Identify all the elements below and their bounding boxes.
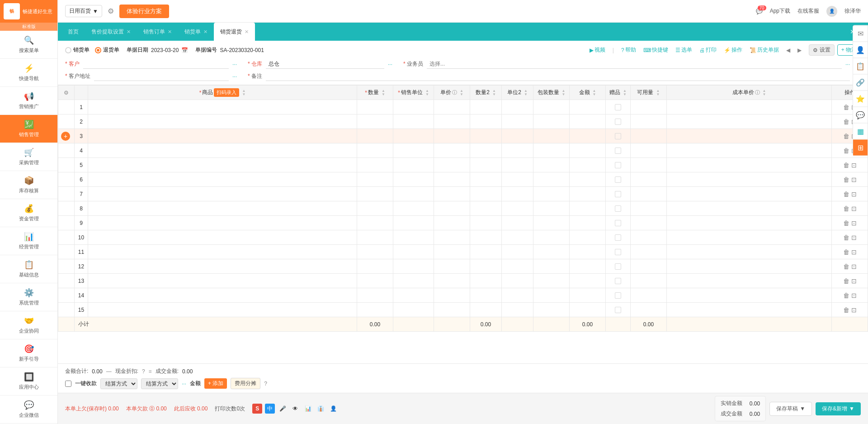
setting-btn[interactable]: ⚙ 设置 bbox=[809, 44, 835, 56]
price-cell[interactable] bbox=[434, 288, 470, 303]
save-new-btn[interactable]: 保存&新增 ▼ bbox=[816, 402, 861, 415]
product-input[interactable] bbox=[91, 205, 354, 212]
sidebar-item-enterprise[interactable]: 🤝 企业协同 bbox=[0, 311, 57, 339]
pack-cell[interactable] bbox=[533, 201, 570, 216]
tab-sale-close[interactable]: ✕ bbox=[203, 29, 208, 35]
sidebar-item-basic[interactable]: 📋 基础信息 bbox=[0, 255, 57, 283]
amount-cell[interactable] bbox=[570, 158, 606, 172]
product-cell[interactable] bbox=[88, 129, 357, 143]
fee-info-icon[interactable]: ? bbox=[264, 381, 267, 387]
product-cell[interactable] bbox=[88, 201, 357, 216]
delete-icon[interactable]: 🗑 bbox=[843, 277, 849, 285]
cost-cell[interactable] bbox=[666, 259, 831, 274]
product-cell[interactable] bbox=[88, 216, 357, 230]
available-cell[interactable] bbox=[630, 303, 666, 317]
amount-cell[interactable] bbox=[570, 259, 606, 274]
gift-checkbox[interactable] bbox=[615, 249, 621, 255]
history-link[interactable]: 📜 历史单据 bbox=[750, 46, 779, 54]
unit2-cell[interactable] bbox=[502, 259, 533, 274]
qty-cell[interactable] bbox=[357, 158, 393, 172]
help-link[interactable]: ? 帮助 bbox=[621, 46, 636, 54]
qty-cell[interactable] bbox=[357, 143, 393, 158]
copy-icon[interactable]: ⊡ bbox=[851, 162, 857, 169]
qty2-cell[interactable] bbox=[470, 100, 502, 114]
price-cell[interactable] bbox=[434, 230, 470, 245]
gift-cell[interactable] bbox=[606, 114, 631, 129]
copy-icon[interactable]: ⊡ bbox=[851, 205, 857, 212]
cost-cell[interactable] bbox=[666, 187, 831, 201]
one-click-checkbox[interactable] bbox=[65, 381, 71, 387]
unit-cell[interactable] bbox=[393, 143, 434, 158]
gift-checkbox[interactable] bbox=[615, 220, 621, 226]
price-info-icon[interactable]: ⓘ bbox=[452, 89, 457, 96]
tab-order[interactable]: 销售订单 ✕ bbox=[137, 23, 178, 41]
staff-input[interactable] bbox=[427, 59, 842, 69]
price-cell[interactable] bbox=[434, 158, 470, 172]
topbar-gear-icon[interactable]: ⚙ bbox=[108, 7, 114, 15]
qty-cell[interactable] bbox=[357, 288, 393, 303]
copy-icon[interactable]: ⊡ bbox=[851, 277, 857, 285]
qty2-cell[interactable] bbox=[470, 245, 502, 259]
price-cell[interactable] bbox=[434, 114, 470, 129]
product-input[interactable] bbox=[91, 249, 354, 255]
qty2-cell[interactable] bbox=[470, 288, 502, 303]
shortcut-link[interactable]: ⌨ 快捷键 bbox=[643, 46, 668, 54]
staff-dots[interactable]: ··· bbox=[845, 61, 850, 67]
product-cell[interactable] bbox=[88, 230, 357, 245]
add-row-btn[interactable]: + bbox=[61, 132, 70, 141]
radio-sale[interactable]: 销货单 bbox=[65, 46, 90, 54]
product-cell[interactable] bbox=[88, 259, 357, 274]
copy-icon[interactable]: ⊡ bbox=[851, 248, 857, 256]
copy-icon[interactable]: ⊡ bbox=[851, 191, 857, 198]
delete-icon[interactable]: 🗑 bbox=[843, 205, 849, 212]
print-link[interactable]: 🖨 打印 bbox=[699, 46, 717, 54]
amount-cell[interactable] bbox=[570, 201, 606, 216]
right-btn-4[interactable]: 🔗 bbox=[853, 75, 868, 91]
cost-cell[interactable] bbox=[666, 303, 831, 317]
product-input[interactable] bbox=[91, 191, 354, 197]
unit-cell[interactable] bbox=[393, 230, 434, 245]
customer-input[interactable] bbox=[83, 59, 229, 69]
gift-cell[interactable] bbox=[606, 201, 631, 216]
qty2-cell[interactable] bbox=[470, 158, 502, 172]
available-cell[interactable] bbox=[630, 143, 666, 158]
app-download-link[interactable]: App下载 bbox=[770, 7, 790, 15]
copy-icon[interactable]: ⊡ bbox=[851, 292, 857, 299]
qty-cell[interactable] bbox=[357, 259, 393, 274]
unit2-cell[interactable] bbox=[502, 245, 533, 259]
price-cell[interactable] bbox=[434, 216, 470, 230]
delete-icon[interactable]: 🗑 bbox=[843, 118, 849, 125]
product-cell[interactable] bbox=[88, 245, 357, 259]
pack-cell[interactable] bbox=[533, 245, 570, 259]
amount-cell[interactable] bbox=[570, 216, 606, 230]
product-input[interactable] bbox=[91, 176, 354, 183]
experience-btn[interactable]: 体验行业方案 bbox=[119, 5, 169, 18]
gift-checkbox[interactable] bbox=[615, 176, 621, 183]
price-cell[interactable] bbox=[434, 129, 470, 143]
gift-checkbox[interactable] bbox=[615, 133, 621, 139]
qty2-cell[interactable] bbox=[470, 114, 502, 129]
pack-cell[interactable] bbox=[533, 187, 570, 201]
amount-cell[interactable] bbox=[570, 288, 606, 303]
gift-checkbox[interactable] bbox=[615, 191, 621, 197]
right-btn-1[interactable]: ✉ bbox=[853, 26, 868, 42]
qty-cell[interactable] bbox=[357, 245, 393, 259]
amount-cell[interactable] bbox=[570, 274, 606, 288]
cost-cell[interactable] bbox=[666, 158, 831, 172]
industry-select[interactable]: 日用百货 ▼ bbox=[65, 5, 102, 17]
radio-return[interactable]: 退货单 bbox=[95, 46, 119, 54]
unit-cell[interactable] bbox=[393, 201, 434, 216]
gift-cell[interactable] bbox=[606, 230, 631, 245]
cost-cell[interactable] bbox=[666, 245, 831, 259]
unit-cell[interactable] bbox=[393, 259, 434, 274]
tab-price[interactable]: 售价提取设置 ✕ bbox=[85, 23, 137, 41]
pack-cell[interactable] bbox=[533, 274, 570, 288]
available-cell[interactable] bbox=[630, 158, 666, 172]
available-cell[interactable] bbox=[630, 274, 666, 288]
unit2-cell[interactable] bbox=[502, 114, 533, 129]
gift-cell[interactable] bbox=[606, 216, 631, 230]
product-cell[interactable] bbox=[88, 288, 357, 303]
copy-icon[interactable]: ⊡ bbox=[851, 306, 857, 314]
gift-cell[interactable] bbox=[606, 100, 631, 114]
available-cell[interactable] bbox=[630, 245, 666, 259]
